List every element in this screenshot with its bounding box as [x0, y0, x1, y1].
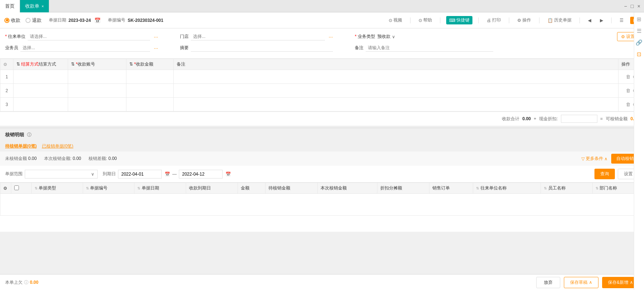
- summary-row: 收款合计 0.00 + 现金折扣: = 可核销金额 0.00: [0, 111, 644, 126]
- amount-cell-2[interactable]: [126, 84, 174, 98]
- date-to-input[interactable]: [179, 170, 223, 179]
- number-value: SK-20230324-001: [127, 18, 163, 23]
- method-cell-1[interactable]: [13, 70, 68, 84]
- range-select[interactable]: ∨: [25, 170, 98, 179]
- partner-more-icon[interactable]: ···: [154, 34, 158, 40]
- video-button[interactable]: ⊙ 视频: [386, 16, 404, 24]
- business-type-field: 业务类型 预收款 ∨: [355, 34, 493, 40]
- remark-cell-1[interactable]: [174, 70, 619, 84]
- writeoff-info-icon[interactable]: ⓘ: [27, 132, 31, 138]
- prev-value: 0.00: [30, 280, 38, 285]
- calendar-to-icon[interactable]: 📅: [225, 172, 231, 177]
- receipt-radio[interactable]: 收款: [4, 17, 20, 24]
- done-tab[interactable]: 已核销单据(0笔): [42, 143, 74, 149]
- prev-nav-button[interactable]: ◀: [586, 17, 593, 24]
- remark-cell-2[interactable]: [174, 84, 619, 98]
- panel-list-icon[interactable]: ☰: [637, 28, 641, 34]
- bottom-header-checkbox: ⚙: [0, 183, 11, 194]
- store-input[interactable]: [191, 33, 325, 40]
- tab-receipt[interactable]: 收款单 ×: [20, 0, 49, 12]
- save-new-button[interactable]: 保存&新增 ∧: [602, 277, 639, 288]
- remark-field: 备注: [355, 44, 493, 52]
- remark-cell-3[interactable]: [174, 98, 619, 111]
- maximize-button[interactable]: □: [631, 3, 633, 9]
- select-all-checkbox[interactable]: [14, 185, 19, 190]
- range-arrow-icon: ∨: [91, 172, 94, 177]
- remark-input[interactable]: [366, 44, 493, 52]
- account-cell-2[interactable]: [68, 84, 126, 98]
- account-cell-1[interactable]: [68, 70, 126, 84]
- date-field: 单据日期 2023-03-24 📅: [49, 17, 101, 23]
- summary-field: 摘要: [180, 44, 333, 52]
- print-button[interactable]: 🖨 打印: [484, 16, 503, 24]
- more-conditions-button[interactable]: ▽ 更多条件 ∧: [581, 156, 608, 162]
- play-icon: ⊙: [389, 18, 392, 23]
- save-arrow-icon: ∧: [630, 280, 633, 285]
- bottom-header-amount: 金额: [238, 183, 266, 194]
- amount-cell-3[interactable]: [126, 98, 174, 111]
- table-header-remark: 备注: [174, 59, 619, 70]
- table-gear-icon[interactable]: ⚙: [3, 62, 7, 67]
- panel-table-icon[interactable]: ⊞: [637, 16, 641, 23]
- table-row: 1 🗑 ⊕: [0, 70, 644, 84]
- staff-field: 业务员 ···: [5, 44, 158, 52]
- minimize-button[interactable]: −: [624, 3, 627, 9]
- delete-icon-2[interactable]: 🗑: [626, 88, 631, 93]
- history-button[interactable]: 📋 历史单据: [545, 16, 574, 24]
- main-table: ⚙ ⇅ 结算方式结算方式 ⇅ *收款账号 ⇅ *收款金额 备注 操作 1: [0, 59, 644, 111]
- panel-link-icon[interactable]: 🔗: [636, 39, 643, 46]
- delete-icon-3[interactable]: 🗑: [626, 102, 631, 107]
- history-icon: 📋: [547, 18, 553, 23]
- discount-input[interactable]: [561, 115, 597, 123]
- tab-close-icon[interactable]: ×: [42, 4, 44, 8]
- operation-button[interactable]: ⚙ 操作: [515, 16, 533, 24]
- total-value: 0.00: [522, 116, 531, 121]
- draft-button[interactable]: 保存草稿 ∧: [564, 277, 598, 288]
- number-field: 单据编号 SK-20230324-001: [108, 17, 163, 23]
- toolbar: 收款 退款 单据日期 2023-03-24 📅 单据编号 SK-20230324…: [0, 12, 644, 28]
- list-view-button[interactable]: ☰: [617, 17, 626, 24]
- staff-more-icon[interactable]: ···: [154, 45, 158, 51]
- staff-input[interactable]: [20, 44, 150, 52]
- pending-tab[interactable]: 待核销单据(0笔): [5, 143, 37, 149]
- bottom-header-due-date: 收款到期日: [186, 183, 238, 194]
- calendar-from-icon[interactable]: 📅: [165, 172, 170, 177]
- form-row-2: 业务员 ··· 摘要 备注: [5, 44, 639, 52]
- bottom-table-empty-row: [0, 194, 644, 216]
- footer-left: 本单上欠 ⓘ 0.00: [5, 279, 38, 286]
- tab-home[interactable]: 首页: [0, 0, 20, 12]
- bottom-header-partner: ⇅ 往来单位名称: [473, 183, 541, 194]
- bottom-table-section: ⚙ ⇅ 单据类型 ⇅ 单据编号 ⇅ 单据日期 收款到期日 金额 待核销金额 本次…: [0, 183, 644, 232]
- calendar-icon[interactable]: 📅: [94, 17, 101, 23]
- query-button[interactable]: 查询: [594, 169, 615, 179]
- panel-expand-icon[interactable]: ⊡: [637, 51, 641, 58]
- method-cell-3[interactable]: [13, 98, 68, 111]
- table-header-amount: ⇅ *收款金额: [126, 59, 174, 70]
- summary-input[interactable]: [191, 44, 333, 52]
- help-icon: ⊙: [419, 18, 422, 23]
- delete-icon-1[interactable]: 🗑: [626, 74, 631, 79]
- table-header-settings: ⚙: [0, 59, 13, 70]
- business-type-select[interactable]: 预收款 ∨: [377, 34, 493, 40]
- close-button[interactable]: ×: [637, 3, 640, 9]
- help-button[interactable]: ⊙ 帮助: [416, 16, 434, 24]
- next-nav-button[interactable]: ▶: [598, 17, 605, 24]
- table-gear-icon-bottom[interactable]: ⚙: [3, 186, 7, 191]
- stats-left: 未核销金额 0.00 本次核销金额: 0.00 核销差额: 0.00: [5, 156, 117, 162]
- shortcut-button[interactable]: ⌨ 快捷键: [446, 16, 472, 24]
- method-cell-2[interactable]: [13, 84, 68, 98]
- store-more-icon[interactable]: ···: [329, 34, 333, 40]
- refund-radio[interactable]: 退款: [25, 17, 42, 24]
- date-from-input[interactable]: [118, 170, 162, 179]
- stats-row: 未核销金额 0.00 本次核销金额: 0.00 核销差额: 0.00 ▽ 更多条…: [0, 152, 644, 166]
- sep6: [580, 17, 580, 23]
- partner-input[interactable]: [28, 33, 150, 40]
- table-section: ⚙ ⇅ 结算方式结算方式 ⇅ *收款账号 ⇅ *收款金额 备注 操作 1: [0, 59, 644, 111]
- date-value: 2023-03-24: [68, 18, 91, 23]
- abandon-button[interactable]: 放弃: [536, 277, 560, 288]
- row-num-2: 2: [0, 84, 13, 98]
- form-row-1: 往来单位 ··· 门店 ··· 业务类型 预收款 ∨ ⚙ 设置: [5, 32, 639, 41]
- account-cell-3[interactable]: [68, 98, 126, 111]
- amount-cell-1[interactable]: [126, 70, 174, 84]
- tab-bar: 首页 收款单 × − □ ×: [0, 0, 644, 12]
